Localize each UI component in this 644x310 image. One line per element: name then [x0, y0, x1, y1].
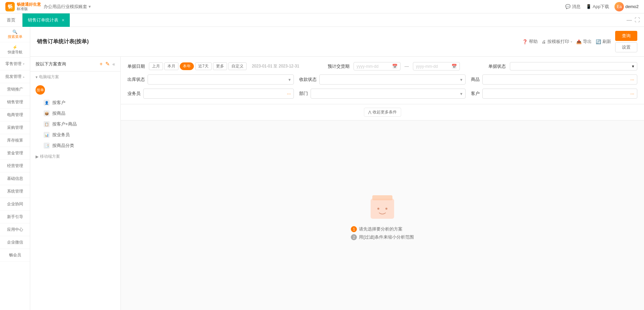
sidebar-item-ecommerce[interactable]: 电商管理 [0, 109, 30, 121]
tree-item-by-customer[interactable]: 👤 按客户 [30, 97, 120, 108]
collapse-btn-row: ⋀ 收起更多条件 [121, 104, 644, 120]
collapse-more-btn[interactable]: ⋀ 收起更多条件 [364, 108, 401, 117]
user-area[interactable]: Ea demo2 [614, 2, 639, 11]
delivery-date-start[interactable]: yyyy-mm-dd 📅 [354, 62, 400, 70]
tab-close-icon[interactable]: × [62, 17, 64, 23]
right-content: 单据日期 上月 本月 本年 近7天 更多 自定义 2023-01-01 至 20… [121, 57, 644, 310]
customer-goods-icon: 📋 [44, 121, 50, 127]
tab-home[interactable]: 首页 [0, 13, 22, 27]
sidebar-item-system[interactable]: 系统管理 [0, 185, 30, 198]
custom-date-btn[interactable]: 自定义 [228, 62, 247, 70]
help-btn[interactable]: ❓ 帮助 [522, 39, 538, 45]
tab-sales-order-stats[interactable]: 销售订单统计表 × [22, 13, 70, 27]
message-btn[interactable]: 💬 消息 [565, 4, 581, 10]
tab-maximize-icon[interactable]: ⛶ [635, 17, 640, 23]
sidebar-item-enterprise[interactable]: 企业协同 [0, 198, 30, 211]
sidebar-item-search[interactable]: 🔍 搜索菜单 [0, 27, 30, 42]
edit-scheme-btn[interactable]: ✎ [105, 61, 110, 67]
date-separator: — [405, 64, 409, 69]
search-button[interactable]: 查询 [615, 31, 637, 41]
left-panel: 按以下方案查询 + ✎ « ▾ 电脑端方案 按单 [30, 57, 121, 310]
salesperson-input[interactable]: ··· [143, 89, 294, 99]
goods-input[interactable]: ··· [482, 74, 637, 85]
refresh-btn[interactable]: 🔄 刷新 [596, 39, 611, 45]
expected-delivery-label: 预计交货期 [328, 63, 350, 69]
dept-select[interactable]: ▾ [311, 89, 466, 99]
main-layout: 🔍 搜索菜单 ⚡ 快捷导航 零售管理 ▾ 批发管理 ▴ 营销推广 销售管理 电商… [0, 27, 644, 310]
dept-label: 部门 [299, 91, 308, 97]
filter-row-2: 出库状态 ▾ 收款状态 ▾ [127, 74, 637, 85]
delivery-date-end[interactable]: yyyy-mm-dd 📅 [413, 62, 460, 70]
mobile-icon: 📱 [586, 4, 591, 9]
goods-ellipsis-icon[interactable]: ··· [630, 77, 634, 82]
sidebar-item-operations[interactable]: 经营管理 [0, 160, 30, 172]
sidebar-item-finance[interactable]: 资金管理 [0, 147, 30, 160]
tab-bar-right: — ⛶ [627, 17, 644, 23]
calendar-end-icon: 📅 [451, 64, 457, 69]
page-title: 销售订单统计表(按单) [37, 38, 89, 45]
hint-2-num: 2 [351, 234, 357, 240]
collapse-panel-btn[interactable]: « [112, 61, 115, 67]
sidebar-item-wholesale[interactable]: 批发管理 ▴ [0, 70, 30, 83]
tree-section-mobile[interactable]: ▶ 移动端方案 [30, 151, 120, 162]
category-icon: 📑 [44, 143, 50, 149]
bill-date-label: 单据日期 [127, 63, 145, 69]
prev-month-btn[interactable]: 上月 [149, 62, 163, 70]
svg-rect-0 [371, 199, 394, 219]
tab-minimize-icon[interactable]: — [627, 17, 632, 23]
customer-ellipsis-icon[interactable]: ··· [630, 91, 634, 96]
payment-status-cell: 收款状态 ▾ [299, 74, 466, 85]
sidebar-item-enterprise-wechat[interactable]: 企业微信 [0, 236, 30, 249]
this-month-btn[interactable]: 本月 [164, 62, 178, 70]
this-year-btn[interactable]: 本年 [180, 62, 194, 70]
tree-item-by-goods[interactable]: 📦 按商品 [30, 108, 120, 119]
more-date-btn[interactable]: 更多 [213, 62, 227, 70]
breadcrumb-selector[interactable]: 办公用品行业模拟账套 ▾ [44, 4, 91, 10]
sidebar-item-basic-info[interactable]: 基础信息 [0, 172, 30, 185]
sidebar-item-new-guide[interactable]: 新手引导 [0, 211, 30, 223]
calendar-start-icon: 📅 [392, 64, 397, 69]
sidebar-item-app-center[interactable]: 应用中心 [0, 223, 30, 236]
shipment-status-select[interactable]: ▾ [148, 74, 294, 85]
settings-button[interactable]: 设置 [615, 42, 637, 52]
search-settings-col: 查询 设置 [615, 31, 637, 52]
tree-item-by-customer-goods[interactable]: 📋 按客户+商品 [30, 119, 120, 130]
help-icon: ❓ [522, 39, 528, 44]
sidebar-item-retail[interactable]: 零售管理 ▾ [0, 58, 30, 70]
top-bar-left: 畅 畅捷通好生意 标准版 办公用品行业模拟账套 ▾ [5, 2, 91, 11]
salesperson-label: 业务员 [127, 91, 141, 97]
panel-header: 按以下方案查询 + ✎ « [30, 57, 120, 71]
last7days-btn[interactable]: 近7天 [195, 62, 212, 70]
sidebar-item-quick-nav[interactable]: ⚡ 快捷导航 [0, 42, 30, 58]
sidebar-item-purchase[interactable]: 采购管理 [0, 121, 30, 134]
export-btn[interactable]: 📤 导出 [576, 39, 592, 45]
tree-section-pc[interactable]: ▾ 电脑端方案 [30, 71, 120, 83]
tree-item-by-staff[interactable]: 📊 按业务员 [30, 130, 120, 140]
salesperson-ellipsis-icon[interactable]: ··· [287, 91, 291, 96]
content-area: 销售订单统计表(按单) ❓ 帮助 🖨 按模板打印 ▾ 📤 导出 🔄 刷新 [30, 27, 644, 310]
print-icon: 🖨 [542, 39, 546, 44]
svg-point-3 [385, 208, 387, 210]
sidebar-item-inventory[interactable]: 库存核算 [0, 134, 30, 147]
app-download-btn[interactable]: 📱 App下载 [586, 4, 609, 10]
customer-input[interactable]: ··· [482, 89, 637, 99]
payment-status-select[interactable]: ▾ [319, 74, 466, 85]
empty-hints: 1 请先选择要分析的方案 2 用[过滤]条件来缩小分析范围 [351, 226, 414, 242]
sidebar-item-marketing[interactable]: 营销推广 [0, 83, 30, 96]
sidebar-item-sales[interactable]: 销售管理 [0, 96, 30, 109]
dept-cell: 部门 ▾ [299, 89, 466, 99]
shipment-status-label: 出库状态 [127, 76, 145, 83]
add-scheme-btn[interactable]: + [100, 61, 103, 67]
customer-cell: 客户 ··· [471, 89, 637, 99]
top-bar: 畅 畅捷通好生意 标准版 办公用品行业模拟账套 ▾ 💬 消息 📱 App下载 E… [0, 0, 644, 13]
salesperson-cell: 业务员 ··· [127, 89, 294, 99]
sidebar-item-membership[interactable]: 畅会员 [0, 249, 30, 262]
template-print-btn[interactable]: 🖨 按模板打印 ▾ [542, 39, 572, 45]
tree-item-by-category[interactable]: 📑 按商品分类 [30, 140, 120, 151]
payment-chevron-icon: ▾ [460, 77, 463, 82]
page-actions: ❓ 帮助 🖨 按模板打印 ▾ 📤 导出 🔄 刷新 查询 [522, 31, 637, 52]
bill-status-select[interactable]: ▾ [510, 62, 637, 70]
tree-item-by-order[interactable]: 按单 [30, 83, 120, 97]
date-range-text: 2023-01-01 至 2023-12-31 [252, 63, 299, 69]
shipment-status-cell: 出库状态 ▾ [127, 74, 294, 85]
